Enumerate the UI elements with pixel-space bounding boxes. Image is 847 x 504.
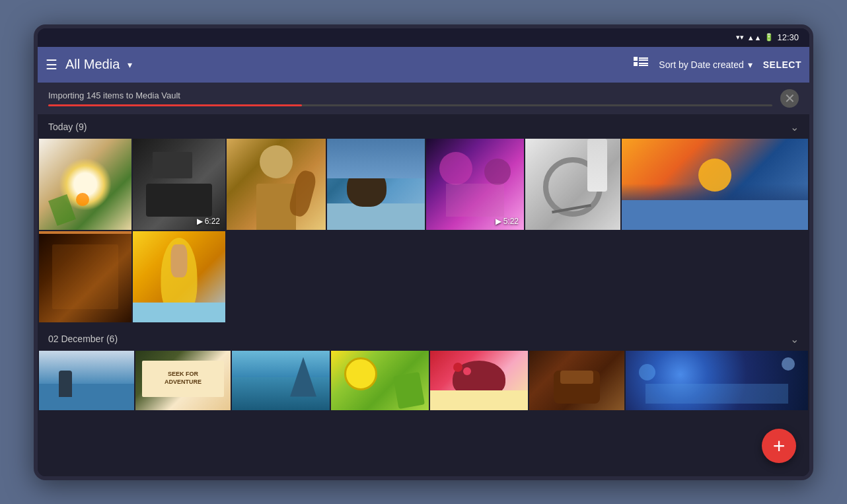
photo-coastal-cliffs[interactable] (232, 351, 330, 410)
import-message: Importing 145 items to Media Vault (48, 90, 772, 100)
svg-rect-5 (639, 65, 648, 66)
photo-chocolate[interactable] (529, 351, 624, 410)
list-view-icon[interactable] (634, 57, 648, 72)
photo-sunset[interactable] (622, 139, 808, 230)
progress-track (48, 104, 772, 106)
svg-rect-1 (639, 57, 648, 59)
today-grid-row2 (38, 231, 809, 322)
photo-guitar[interactable] (227, 139, 326, 230)
svg-rect-4 (639, 63, 648, 64)
photo-bokeh-people[interactable] (626, 351, 808, 410)
battery-icon: 🔋 (764, 33, 774, 42)
section-header-dec02: 02 December (6) ⌄ (38, 326, 809, 351)
status-bar: ▾▾ ▲▲ 🔋 12:30 (38, 28, 809, 47)
status-icons: ▾▾ ▲▲ 🔋 12:30 (736, 32, 799, 42)
wifi-icon: ▾▾ (736, 33, 744, 42)
import-bar: Importing 145 items to Media Vault ✕ (38, 83, 809, 114)
title-dropdown-icon[interactable]: ▾ (128, 59, 132, 70)
svg-rect-3 (634, 62, 638, 66)
clock: 12:30 (777, 32, 799, 42)
select-button[interactable]: SELECT (763, 59, 801, 70)
sort-dropdown-icon: ▾ (748, 59, 753, 70)
section-title-today: Today (9) (48, 122, 87, 132)
app-title: All Media (65, 57, 120, 72)
photo-surfboard[interactable] (133, 231, 225, 322)
close-import-button[interactable]: ✕ (780, 89, 799, 108)
sort-button[interactable]: Sort by Date created ▾ (659, 59, 752, 70)
fab-icon: + (773, 435, 786, 456)
media-content: Today (9) ⌄ (38, 114, 809, 480)
section-chevron-today[interactable]: ⌄ (790, 121, 799, 133)
photo-berries-bowl[interactable] (430, 351, 528, 410)
photo-dog-beach[interactable] (327, 139, 425, 230)
toolbar-right: Sort by Date created ▾ SELECT (634, 57, 801, 72)
today-grid-row1: ▶6:22 (38, 139, 809, 230)
photo-party-video[interactable]: ▶5:22 (426, 139, 524, 230)
section-title-dec02: 02 December (6) (48, 334, 118, 344)
svg-rect-0 (634, 57, 638, 61)
svg-rect-2 (639, 59, 648, 61)
add-media-fab[interactable]: + (762, 429, 796, 463)
import-progress-area: Importing 145 items to Media Vault (48, 90, 772, 106)
dec-grid-row1: SEEK FORADVENTURE (38, 351, 809, 410)
sort-label: Sort by Date created (659, 59, 743, 70)
photo-adventure-sign[interactable]: SEEK FORADVENTURE (135, 351, 231, 410)
toolbar: ☰ All Media ▾ Sort by Date create (38, 47, 809, 83)
section-header-today: Today (9) ⌄ (38, 114, 809, 139)
photo-citrus-food[interactable] (331, 351, 429, 410)
photo-bike[interactable] (525, 139, 620, 230)
photo-ocean-person[interactable] (39, 351, 134, 410)
progress-fill (48, 104, 302, 106)
photo-car-video[interactable]: ▶6:22 (133, 139, 225, 230)
toolbar-left: ☰ All Media ▾ (46, 57, 626, 73)
hamburger-menu-icon[interactable]: ☰ (46, 57, 57, 73)
video-duration-1: ▶6:22 (197, 217, 220, 226)
photo-food[interactable] (39, 139, 131, 230)
signal-icon: ▲▲ (747, 34, 762, 42)
photo-dark-interior[interactable] (39, 231, 131, 322)
video-duration-2: ▶5:22 (496, 217, 519, 226)
section-chevron-dec02[interactable]: ⌄ (790, 333, 799, 345)
